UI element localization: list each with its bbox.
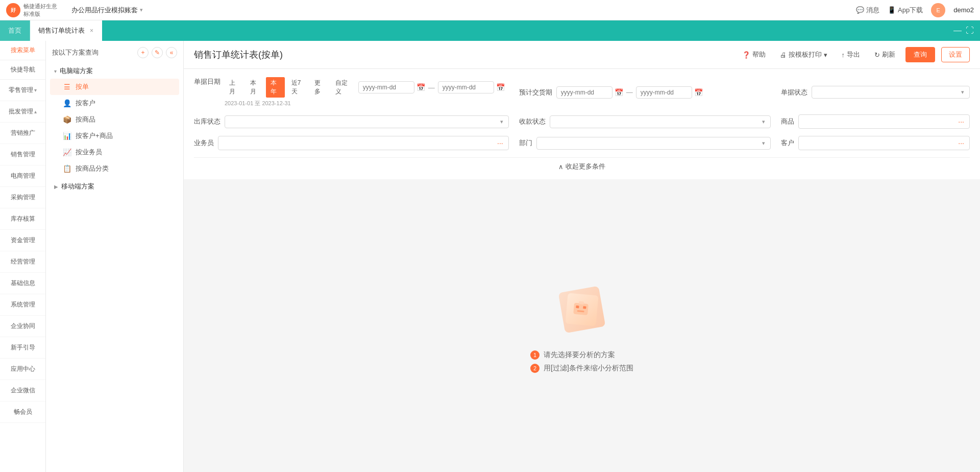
scheme-goods-label: 按商品 — [76, 115, 95, 124]
logo-icon: 好 — [6, 3, 20, 17]
expected-delivery-label: 预计交货期 — [519, 88, 552, 97]
expected-start-calendar-icon[interactable]: 📅 — [615, 88, 623, 97]
date-btn-last-month[interactable]: 上月 — [225, 77, 243, 98]
sidebar-item-ecommerce[interactable]: 电商管理 — [0, 166, 45, 187]
expected-end-calendar-icon[interactable]: 📅 — [694, 88, 703, 97]
header-right: 💬 消息 📱 App下载 E demo2 — [856, 3, 974, 17]
date-start-calendar-icon[interactable]: 📅 — [416, 83, 425, 91]
salesperson-more-icon[interactable]: ··· — [497, 139, 503, 147]
scheme-item-by-customer[interactable]: 👤 按客户 — [50, 95, 179, 111]
single-status-select[interactable]: ▾ — [812, 86, 970, 99]
sidebar-item-enterprise[interactable]: 企业协同 — [0, 316, 45, 337]
sidebar-item-quick-nav[interactable]: 快捷导航 — [0, 60, 45, 80]
customer-select[interactable]: ··· — [798, 136, 970, 150]
tab-bar: 首页 销售订单统计表 × — ⛶ — [0, 20, 980, 41]
scheme-item-by-salesperson[interactable]: 📈 按业务员 — [50, 144, 179, 160]
collapse-label: 收起更多条件 — [566, 162, 605, 171]
scheme-salesperson-icon: 📈 — [62, 148, 71, 157]
tab-maximize-icon[interactable]: ⛶ — [966, 26, 974, 35]
pc-scheme-group-header[interactable]: ▾ 电脑端方案 — [50, 63, 179, 79]
avatar[interactable]: E — [931, 3, 945, 17]
print-chevron-icon: ▾ — [824, 51, 827, 59]
user-name[interactable]: demo2 — [953, 6, 974, 14]
date-btn-more[interactable]: 更多 — [310, 77, 329, 98]
date-start-input[interactable] — [358, 81, 414, 93]
sidebar-item-retail[interactable]: 零售管理 ▾ — [0, 80, 45, 101]
tab-home[interactable]: 首页 — [0, 20, 30, 41]
date-btn-this-year[interactable]: 本年 — [266, 77, 285, 98]
scheme-item-by-single[interactable]: ☰ 按单 — [50, 79, 179, 95]
sidebar-item-wholesale[interactable]: 批发管理 ▴ — [0, 101, 45, 123]
refresh-button[interactable]: ↻ 刷新 — [870, 48, 899, 61]
sidebar-item-purchase[interactable]: 采购管理 — [0, 187, 45, 208]
template-print-button[interactable]: 🖨 按模板打印 ▾ — [776, 48, 831, 61]
template-print-label: 按模板打印 — [789, 50, 822, 59]
empty-hint-1: 1 请先选择要分析的方案 — [530, 350, 633, 360]
export-button[interactable]: ↑ 导出 — [838, 48, 865, 61]
sidebar-item-inventory[interactable]: 库存核算 — [0, 208, 45, 230]
collection-status-label: 收款状态 — [519, 117, 546, 126]
add-scheme-button[interactable]: + — [137, 47, 149, 58]
top-header: 好 畅捷通好生意 标准版 办公用品行业模拟账套 ▾ 💬 消息 📱 App下载 E… — [0, 0, 980, 20]
date-btn-this-month[interactable]: 本月 — [246, 77, 264, 98]
sidebar-item-member[interactable]: 畅会员 — [0, 402, 45, 423]
collection-status-filter: 收款状态 ▾ — [519, 115, 771, 128]
scheme-customer-goods-icon: 📊 — [62, 131, 71, 140]
scheme-list: ☰ 按单 👤 按客户 📦 按商品 📊 按客户+商品 — [50, 79, 179, 177]
filter-row-1: 单据日期 上月 本月 本年 近7天 更多 自定义 — [194, 77, 970, 107]
collapse-button[interactable]: ∧ 收起更多条件 — [558, 162, 605, 171]
sidebar-item-basic[interactable]: 基础信息 — [0, 273, 45, 294]
date-end-calendar-icon[interactable]: 📅 — [496, 83, 505, 91]
sidebar-item-search[interactable]: 搜索菜单 — [0, 41, 45, 60]
export-icon: ↑ — [842, 51, 845, 59]
salesperson-select[interactable]: ··· — [218, 136, 509, 150]
collapse-panel-button[interactable]: « — [166, 47, 177, 58]
download-action[interactable]: 📱 App下载 — [888, 6, 923, 15]
scheme-item-by-goods-category[interactable]: 📋 按商品分类 — [50, 160, 179, 177]
department-select[interactable]: ▾ — [536, 137, 771, 150]
query-button[interactable]: 查询 — [905, 47, 935, 62]
pc-group-chevron-icon: ▾ — [54, 68, 57, 74]
scheme-item-by-goods[interactable]: 📦 按商品 — [50, 111, 179, 128]
expected-delivery-end[interactable] — [636, 86, 692, 99]
sidebar-item-system[interactable]: 系统管理 — [0, 294, 45, 316]
customer-label: 客户 — [781, 138, 794, 148]
message-icon: 💬 — [856, 6, 864, 14]
customer-filter: 客户 ··· — [781, 136, 970, 150]
tab-minimize-icon[interactable]: — — [953, 26, 962, 35]
expected-delivery-start[interactable] — [556, 86, 612, 99]
sidebar-item-app-center[interactable]: 应用中心 — [0, 359, 45, 380]
breadcrumb-chevron-icon[interactable]: ▾ — [140, 7, 143, 13]
sidebar-item-newbie[interactable]: 新手引导 — [0, 337, 45, 359]
date-end-input[interactable] — [438, 81, 494, 93]
edit-scheme-button[interactable]: ✎ — [152, 47, 163, 58]
hint-num-1: 1 — [530, 350, 540, 360]
sidebar-item-sales[interactable]: 销售管理 — [0, 144, 45, 166]
expected-delivery-filter: 预计交货期 📅 — 📅 — [519, 86, 771, 99]
goods-more-icon[interactable]: ··· — [958, 117, 964, 126]
help-button[interactable]: ❓ 帮助 — [738, 48, 770, 61]
delivery-status-select[interactable]: ▾ — [225, 115, 509, 128]
breadcrumb-text: 办公用品行业模拟账套 — [71, 6, 138, 15]
scheme-goods-category-icon: 📋 — [62, 164, 71, 173]
collection-status-select[interactable]: ▾ — [550, 115, 771, 128]
sidebar-item-marketing[interactable]: 营销推广 — [0, 123, 45, 144]
sidebar-item-operations[interactable]: 经营管理 — [0, 251, 45, 273]
date-btn-last7[interactable]: 近7天 — [287, 77, 308, 98]
sidebar-item-enterprise-wechat[interactable]: 企业微信 — [0, 380, 45, 402]
collapse-icon: ∧ — [558, 163, 564, 171]
settings-button[interactable]: 设置 — [941, 47, 970, 62]
breadcrumb: 办公用品行业模拟账套 ▾ — [71, 6, 143, 15]
scheme-item-by-customer-goods[interactable]: 📊 按客户+商品 — [50, 128, 179, 144]
mobile-scheme-group-header[interactable]: ▶ 移动端方案 — [50, 179, 179, 194]
date-btn-custom[interactable]: 自定义 — [331, 77, 354, 98]
tab-sales-order[interactable]: 销售订单统计表 × — [30, 20, 102, 41]
goods-select[interactable]: ··· — [798, 114, 970, 129]
empty-hint-1-text: 请先选择要分析的方案 — [544, 350, 615, 360]
salesperson-label: 业务员 — [194, 138, 214, 148]
tab-close-icon[interactable]: × — [90, 27, 93, 34]
sidebar-item-finance[interactable]: 资金管理 — [0, 230, 45, 251]
customer-more-icon[interactable]: ··· — [958, 139, 964, 147]
goods-filter: 商品 ··· — [781, 114, 970, 129]
message-action[interactable]: 💬 消息 — [856, 6, 879, 15]
